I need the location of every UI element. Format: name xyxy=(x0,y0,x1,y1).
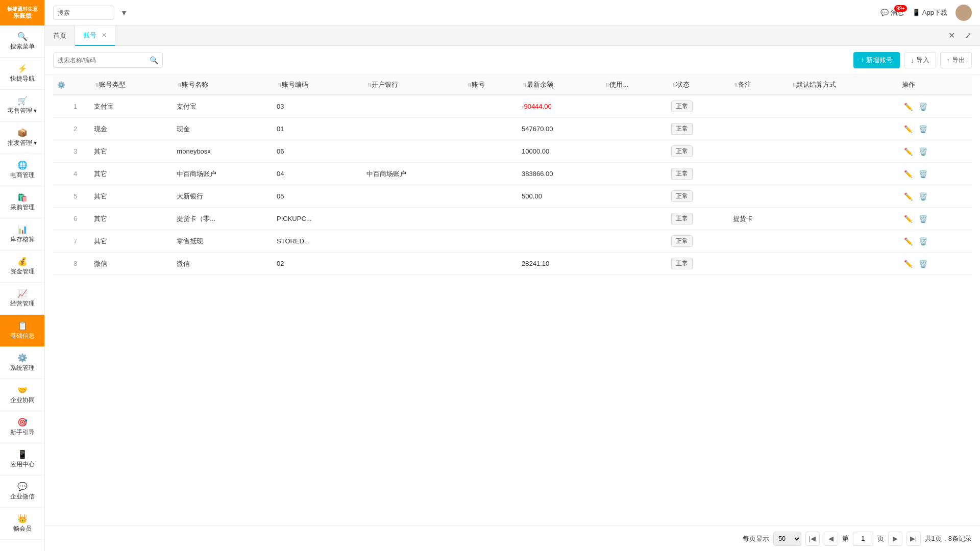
row-status-2: 正常 xyxy=(667,140,729,163)
sidebar-item-finance[interactable]: 💰资金管理 xyxy=(0,251,44,283)
row-default-settlement-7 xyxy=(787,253,897,275)
sort-icon-name: ⇅ xyxy=(178,82,182,88)
sidebar-item-system[interactable]: ⚙️系统管理 xyxy=(0,347,44,379)
total-label: 共1页，8条记录 xyxy=(925,534,972,543)
row-type-2: 其它 xyxy=(90,140,173,163)
row-bank-5 xyxy=(362,208,462,230)
tab-close-all-button[interactable]: ✕ xyxy=(944,29,959,43)
row-settings-2 xyxy=(53,140,69,163)
edit-button-4[interactable]: ✏️ xyxy=(902,191,915,202)
first-page-button[interactable]: |◀ xyxy=(805,532,820,546)
add-account-button[interactable]: + 新增账号 xyxy=(853,52,900,68)
edit-button-3[interactable]: ✏️ xyxy=(902,169,915,179)
nav-icon-search: 🔍 xyxy=(2,32,42,41)
col-header-balance[interactable]: ⇅最新余额 xyxy=(518,75,600,95)
edit-button-0[interactable]: ✏️ xyxy=(902,102,915,112)
row-type-0: 支付宝 xyxy=(90,95,173,118)
delete-button-6[interactable]: 🗑️ xyxy=(917,236,929,246)
nav-icon-agreement: 🤝 xyxy=(2,385,42,395)
sidebar-item-purchase[interactable]: 🛍️采购管理 xyxy=(0,186,44,218)
sidebar: 畅捷通对生意 乐账版 🔍搜索菜单⚡快捷导航🛒零售管理 ▾📦批发管理 ▾🌐电商管理… xyxy=(0,0,45,551)
sidebar-item-quicknav[interactable]: ⚡快捷导航 xyxy=(0,58,44,90)
toolbar-left: 🔍 xyxy=(53,53,163,68)
delete-button-4[interactable]: 🗑️ xyxy=(917,191,929,202)
delete-button-7[interactable]: 🗑️ xyxy=(917,259,929,269)
header-right: 💬 消息 99+ 📱 App下载 xyxy=(880,5,972,21)
nav-icon-inventory: 📊 xyxy=(2,224,42,234)
delete-button-5[interactable]: 🗑️ xyxy=(917,214,929,224)
sidebar-item-search[interactable]: 🔍搜索菜单 xyxy=(0,26,44,58)
accounts-table: ⚙️⇅账号类型⇅账号名称⇅账号编码⇅开户银行⇅账号⇅最新余额⇅使用...⇅状态⇅… xyxy=(53,75,972,275)
delete-button-2[interactable]: 🗑️ xyxy=(917,146,929,157)
table-row: 2现金现金01547670.00正常 ✏️ 🗑️ xyxy=(53,118,972,140)
sort-icon-code: ⇅ xyxy=(278,82,282,88)
tab-fullscreen-button[interactable]: ⤢ xyxy=(961,29,975,43)
delete-button-0[interactable]: 🗑️ xyxy=(917,102,929,112)
messages-button[interactable]: 💬 消息 99+ xyxy=(880,8,904,17)
delete-button-3[interactable]: 🗑️ xyxy=(917,169,929,179)
last-page-button[interactable]: ▶| xyxy=(906,532,921,546)
avatar[interactable] xyxy=(955,5,972,21)
col-header-status[interactable]: ⇅状态 xyxy=(667,75,729,95)
tab-close-account[interactable]: ✕ xyxy=(102,32,107,39)
row-bank-1 xyxy=(362,118,462,140)
row-type-7: 微信 xyxy=(90,253,173,275)
sidebar-item-guide[interactable]: 🎯新手引导 xyxy=(0,411,44,443)
import-button[interactable]: ↓ 导入 xyxy=(904,52,936,68)
page-size-select[interactable]: 102050100 xyxy=(773,532,801,546)
next-page-button[interactable]: ▶ xyxy=(888,532,902,546)
export-button[interactable]: ↑ 导出 xyxy=(940,52,972,68)
edit-button-1[interactable]: ✏️ xyxy=(902,124,915,134)
row-index-2: 3 xyxy=(69,140,90,163)
dropdown-button[interactable]: ▼ xyxy=(120,9,128,17)
sidebar-item-member[interactable]: 👑畅会员 xyxy=(0,508,44,540)
nav-label-member: 畅会员 xyxy=(2,524,42,533)
prev-page-button[interactable]: ◀ xyxy=(824,532,838,546)
sort-icon-account: ⇅ xyxy=(468,82,472,88)
sidebar-item-retail[interactable]: 🛒零售管理 ▾ xyxy=(0,90,44,122)
nav-icon-member: 👑 xyxy=(2,514,42,523)
status-badge: 正常 xyxy=(671,190,693,202)
sort-icon-bank: ⇅ xyxy=(368,82,372,88)
sidebar-item-operations[interactable]: 📈经营管理 xyxy=(0,283,44,315)
sidebar-item-agreement[interactable]: 🤝企业协同 xyxy=(0,379,44,411)
row-action-5: ✏️ 🗑️ xyxy=(898,208,972,230)
nav-icon-retail: 🛒 xyxy=(2,96,42,106)
row-default-settlement-5 xyxy=(787,208,897,230)
page-input[interactable] xyxy=(853,532,873,546)
row-status-1: 正常 xyxy=(667,118,729,140)
col-header-bank[interactable]: ⇅开户银行 xyxy=(362,75,462,95)
sidebar-item-wholesale[interactable]: 📦批发管理 ▾ xyxy=(0,122,44,154)
col-header-remark[interactable]: ⇅备注 xyxy=(729,75,787,95)
tab-account[interactable]: 账号✕ xyxy=(75,26,115,46)
col-header-code[interactable]: ⇅账号编码 xyxy=(273,75,362,95)
nav-icon-quicknav: ⚡ xyxy=(2,64,42,73)
sidebar-item-inventory[interactable]: 📊库存核算 xyxy=(0,218,44,251)
sidebar-item-appcenter[interactable]: 📱应用中心 xyxy=(0,443,44,475)
col-header-name[interactable]: ⇅账号名称 xyxy=(173,75,273,95)
settings-icon[interactable]: ⚙️ xyxy=(57,81,65,89)
delete-button-1[interactable]: 🗑️ xyxy=(917,124,929,134)
tab-home[interactable]: 首页 xyxy=(45,26,75,46)
sidebar-item-ecommerce[interactable]: 🌐电商管理 xyxy=(0,154,44,186)
top-search-input[interactable] xyxy=(53,6,114,20)
sidebar-item-wecom[interactable]: 💬企业微信 xyxy=(0,475,44,508)
row-index-6: 7 xyxy=(69,230,90,253)
search-button[interactable]: 🔍 xyxy=(145,53,162,68)
edit-button-5[interactable]: ✏️ xyxy=(902,214,915,224)
app-icon: 📱 xyxy=(912,9,920,16)
edit-button-7[interactable]: ✏️ xyxy=(902,259,915,269)
col-header-default_settlement[interactable]: ⇅默认结算方式 xyxy=(787,75,897,95)
edit-button-2[interactable]: ✏️ xyxy=(902,146,915,157)
edit-button-6[interactable]: ✏️ xyxy=(902,236,915,246)
table-wrap: ⚙️⇅账号类型⇅账号名称⇅账号编码⇅开户银行⇅账号⇅最新余额⇅使用...⇅状态⇅… xyxy=(45,75,980,525)
sidebar-item-basic[interactable]: 📋基础信息 xyxy=(0,315,44,347)
col-header-usage[interactable]: ⇅使用... xyxy=(600,75,667,95)
search-input[interactable] xyxy=(54,53,145,68)
col-header-type[interactable]: ⇅账号类型 xyxy=(90,75,173,95)
table-row: 8微信微信0228241.10正常 ✏️ 🗑️ xyxy=(53,253,972,275)
col-header-account[interactable]: ⇅账号 xyxy=(462,75,518,95)
row-remark-7 xyxy=(729,253,787,275)
row-account-6 xyxy=(462,230,518,253)
app-download-button[interactable]: 📱 App下载 xyxy=(912,8,947,17)
